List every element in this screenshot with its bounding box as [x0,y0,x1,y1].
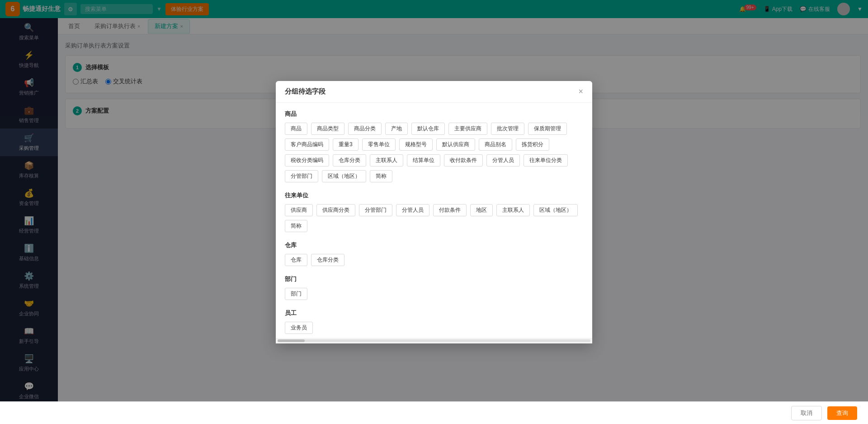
field-tag-4-0[interactable]: 业务员 [285,322,313,334]
field-tag-1-8[interactable]: 简称 [285,220,307,232]
field-tag-0-13[interactable]: 商品别名 [479,138,512,151]
field-tag-0-4[interactable]: 默认仓库 [411,123,445,135]
field-tag-0-24[interactable]: 简称 [370,170,392,182]
field-tag-0-2[interactable]: 商品分类 [348,123,382,135]
field-tag-2-0[interactable]: 仓库 [285,254,307,266]
field-tag-1-2[interactable]: 分管部门 [359,204,392,216]
field-tag-1-3[interactable]: 分管人员 [396,204,429,216]
field-tags-0: 商品商品类型商品分类产地默认仓库主要供应商批次管理保质期管理客户商品编码重量3零… [285,123,583,182]
modal: 分组待选字段 × 商品商品商品类型商品分类产地默认仓库主要供应商批次管理保质期管… [276,81,592,343]
modal-overlay: 分组待选字段 × 商品商品商品类型商品分类产地默认仓库主要供应商批次管理保质期管… [0,0,868,424]
field-tag-0-7[interactable]: 保质期管理 [528,123,567,135]
field-tag-0-1[interactable]: 商品类型 [311,123,344,135]
field-group-title-3: 部门 [285,275,583,283]
field-tag-0-8[interactable]: 客户商品编码 [285,138,329,151]
field-tag-1-4[interactable]: 付款条件 [433,204,467,216]
field-tag-0-16[interactable]: 仓库分类 [333,154,366,167]
field-tag-1-0[interactable]: 供应商 [285,204,313,216]
field-tag-0-10[interactable]: 零售单位 [362,138,396,151]
field-tag-0-14[interactable]: 拣货积分 [516,138,549,151]
field-tag-0-3[interactable]: 产地 [385,123,408,135]
field-tag-0-20[interactable]: 分管人员 [486,154,520,167]
field-tag-1-1[interactable]: 供应商分类 [316,204,355,216]
bottom-bar: 取消 查询 [0,401,868,424]
field-tag-0-5[interactable]: 主要供应商 [448,123,487,135]
field-tags-1: 供应商供应商分类分管部门分管人员付款条件地区主联系人区域（地区）简称 [285,204,583,232]
field-tag-1-5[interactable]: 地区 [470,204,493,216]
modal-horizontal-scrollbar[interactable] [276,338,592,343]
field-tag-0-18[interactable]: 结算单位 [407,154,440,167]
modal-title: 分组待选字段 [285,87,326,96]
field-group-4: 员工业务员 [285,309,583,334]
field-tag-0-19[interactable]: 收付款条件 [444,154,483,167]
field-tag-1-7[interactable]: 区域（地区） [533,204,578,216]
field-tag-1-6[interactable]: 主联系人 [496,204,530,216]
field-tag-0-9[interactable]: 重量3 [333,138,359,151]
field-tag-0-11[interactable]: 规格型号 [399,138,433,151]
field-tag-0-0[interactable]: 商品 [285,123,307,135]
field-tags-4: 业务员 [285,322,583,334]
modal-close-button[interactable]: × [578,87,583,95]
modal-body: 商品商品商品类型商品分类产地默认仓库主要供应商批次管理保质期管理客户商品编码重量… [276,103,592,338]
field-tag-3-0[interactable]: 部门 [285,288,307,300]
field-tag-0-21[interactable]: 往来单位分类 [524,154,568,167]
field-group-title-4: 员工 [285,309,583,317]
hscroll-track [278,339,590,342]
field-group-0: 商品商品商品类型商品分类产地默认仓库主要供应商批次管理保质期管理客户商品编码重量… [285,110,583,182]
field-tag-2-1[interactable]: 仓库分类 [311,254,344,266]
field-tag-0-15[interactable]: 税收分类编码 [285,154,329,167]
hscroll-thumb [278,339,305,342]
field-group-title-2: 仓库 [285,241,583,249]
field-group-title-1: 往来单位 [285,191,583,200]
confirm-button[interactable]: 查询 [827,406,857,420]
field-tag-0-22[interactable]: 分管部门 [285,170,318,182]
modal-header: 分组待选字段 × [276,81,592,103]
field-tag-0-23[interactable]: 区域（地区） [322,170,366,182]
field-group-2: 仓库仓库仓库分类 [285,241,583,266]
field-group-3: 部门部门 [285,275,583,300]
field-tag-0-17[interactable]: 主联系人 [370,154,403,167]
cancel-button[interactable]: 取消 [791,406,822,420]
field-group-title-0: 商品 [285,110,583,118]
field-tag-0-6[interactable]: 批次管理 [491,123,524,135]
field-tag-0-12[interactable]: 默认供应商 [436,138,475,151]
field-tags-2: 仓库仓库分类 [285,254,583,266]
field-group-1: 往来单位供应商供应商分类分管部门分管人员付款条件地区主联系人区域（地区）简称 [285,191,583,232]
field-tags-3: 部门 [285,288,583,300]
